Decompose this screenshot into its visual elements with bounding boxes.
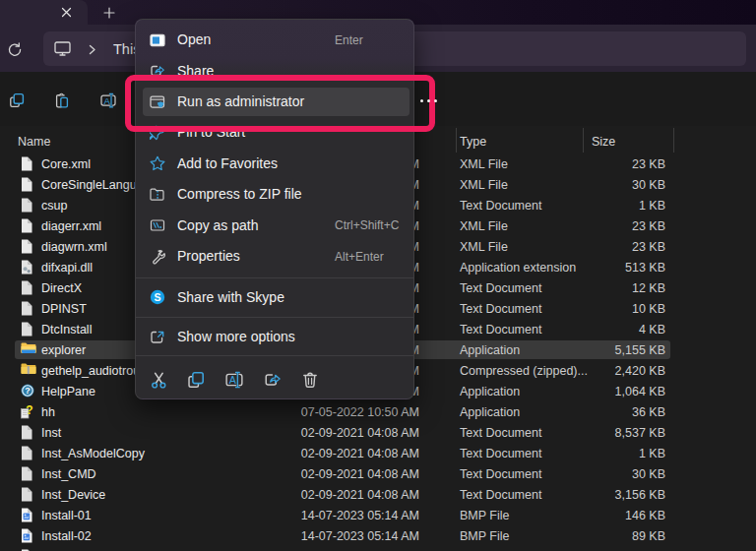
svg-text:S: S [154,291,160,303]
svg-text:?: ? [25,386,31,396]
svg-text:A: A [228,374,236,386]
svg-text:A: A [103,95,110,106]
svg-text:?: ? [26,404,32,417]
